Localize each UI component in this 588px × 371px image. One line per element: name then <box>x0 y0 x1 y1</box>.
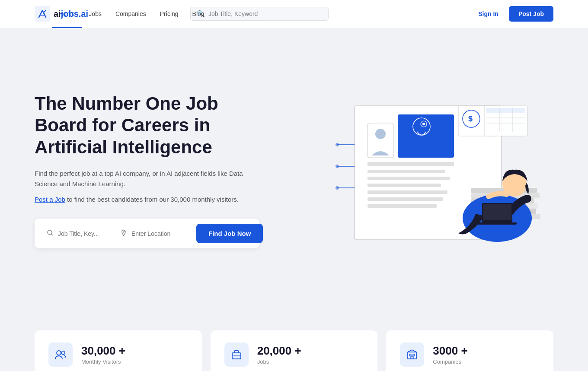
hero-cta-suffix: to find the best candidates from our 30,… <box>67 196 239 203</box>
logo-text: aijobs.ai <box>54 9 88 19</box>
building-icon <box>406 349 418 361</box>
svg-rect-40 <box>483 204 511 220</box>
stat-label-companies: Companies <box>433 358 467 365</box>
hero-title: The Number One Job Board for Careers in … <box>35 93 259 158</box>
stat-info-companies: 3000 + Companies <box>433 344 467 365</box>
sign-in-button[interactable]: Sign In <box>478 10 499 17</box>
search-icon <box>47 229 54 238</box>
svg-rect-7 <box>368 184 441 187</box>
hero-content: The Number One Job Board for Careers in … <box>35 93 259 248</box>
job-search-field[interactable] <box>42 227 115 241</box>
stat-info-jobs: 20,000 + Jobs <box>257 344 301 365</box>
svg-rect-49 <box>413 354 415 356</box>
svg-rect-48 <box>409 354 411 356</box>
location-input[interactable] <box>131 230 188 237</box>
users-icon <box>54 349 67 361</box>
svg-point-16 <box>336 186 339 190</box>
stat-number-jobs: 20,000 + <box>257 344 301 358</box>
svg-rect-8 <box>368 190 447 194</box>
svg-rect-4 <box>368 162 454 166</box>
svg-rect-9 <box>368 197 443 201</box>
stat-number-visitors: 30,000 + <box>81 344 125 358</box>
svg-rect-5 <box>368 170 445 173</box>
svg-rect-10 <box>368 204 437 208</box>
svg-text:$: $ <box>468 114 473 123</box>
svg-rect-17 <box>398 114 454 158</box>
stat-icon-wrap <box>48 342 73 367</box>
header: Home Jobs Companies Pricing Blog aijobs.… <box>0 0 588 28</box>
briefcase-icon <box>230 349 243 361</box>
hero-illustration: $ <box>329 80 553 261</box>
svg-point-2 <box>123 231 125 232</box>
nav-item-blog[interactable]: Blog <box>185 0 211 28</box>
stat-icon-wrap-jobs <box>224 342 249 367</box>
svg-point-43 <box>57 351 61 355</box>
svg-rect-0 <box>35 6 50 22</box>
header-search-input[interactable] <box>208 10 322 17</box>
hero-svg: $ <box>329 80 553 261</box>
svg-point-44 <box>61 351 65 355</box>
svg-rect-27 <box>486 108 525 113</box>
hero-section: The Number One Job Board for Careers in … <box>0 28 588 322</box>
stat-card-companies: 3000 + Companies <box>386 330 553 371</box>
hero-search-box: Find Job Now <box>35 219 259 248</box>
stats-section: 30,000 + Monthly Visitors 20,000 + Jobs <box>0 322 588 371</box>
post-a-job-link[interactable]: Post a Job <box>35 196 65 203</box>
logo-icon <box>35 6 50 22</box>
post-job-button[interactable]: Post Job <box>509 6 553 22</box>
nav-item-companies[interactable]: Companies <box>109 0 153 28</box>
nav-item-pricing[interactable]: Pricing <box>153 0 185 28</box>
job-title-input[interactable] <box>58 230 110 237</box>
stat-label-jobs: Jobs <box>257 358 301 365</box>
hero-subtitle: Find the perfect job at a top AI company… <box>35 168 259 189</box>
svg-rect-6 <box>368 177 450 180</box>
stat-info: 30,000 + Monthly Visitors <box>81 344 125 365</box>
stat-label-visitors: Monthly Visitors <box>81 358 125 365</box>
svg-point-14 <box>336 165 339 168</box>
stat-icon-wrap-companies <box>400 342 424 367</box>
stat-card-visitors: 30,000 + Monthly Visitors <box>35 330 202 371</box>
stat-card-jobs: 20,000 + Jobs <box>211 330 378 371</box>
header-right: Sign In Post Job <box>478 6 553 22</box>
svg-point-22 <box>375 129 386 139</box>
find-job-button[interactable]: Find Job Now <box>196 224 263 243</box>
svg-point-20 <box>422 123 425 125</box>
hero-cta-text: Post a Job to find the best candidates f… <box>35 194 259 205</box>
svg-rect-41 <box>478 222 517 225</box>
svg-point-12 <box>336 143 339 146</box>
stat-number-companies: 3000 + <box>433 344 467 358</box>
logo[interactable]: aijobs.ai <box>35 6 88 22</box>
location-icon <box>120 229 127 238</box>
location-search-field[interactable] <box>115 227 193 241</box>
